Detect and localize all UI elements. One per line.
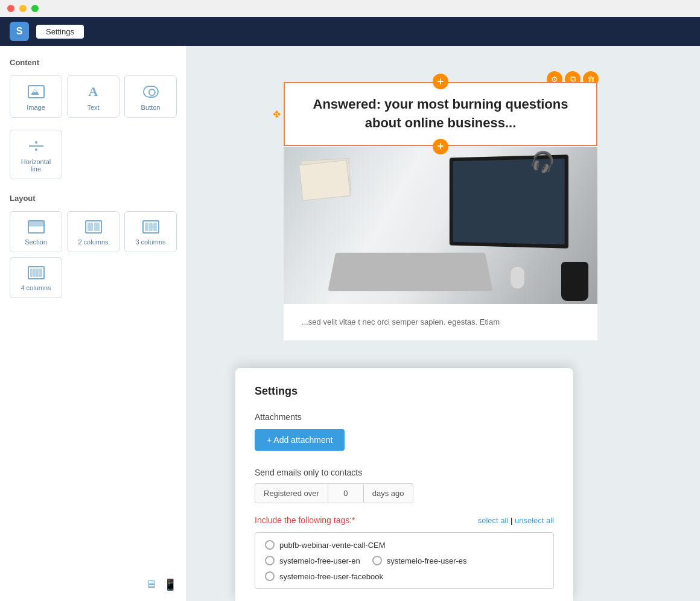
hline-label: Horizontal line	[15, 158, 57, 173]
pipe-separator: |	[511, 516, 515, 525]
content-section-title: Content	[10, 58, 177, 67]
button-label: Button	[141, 104, 161, 111]
email-heading: Answered: your most burning questions ab…	[313, 97, 568, 130]
content-grid: Image A Text Button	[10, 75, 177, 118]
sidebar-item-section[interactable]: Section	[10, 211, 62, 252]
content-grid-bottom: Horizontal line	[10, 130, 177, 179]
tag-item-2a: systemeio-free-user-en	[265, 556, 360, 565]
tag-radio-1[interactable]	[265, 540, 275, 550]
attachments-label: Attachments	[255, 412, 554, 422]
close-button[interactable]	[7, 5, 14, 12]
tags-header: Include the following tags:* select all …	[255, 515, 554, 525]
tag-item: pubfb-webinar-vente-call-CEM	[265, 540, 544, 550]
sidebar-device-icons: 🖥 📱	[145, 578, 177, 591]
main-layout: Content Image A Text Button	[0, 46, 700, 601]
app-header: S Settings	[0, 17, 700, 46]
minimize-button[interactable]	[19, 5, 27, 12]
registered-over-label: Registered over	[255, 483, 328, 503]
sidebar-item-2columns[interactable]: 2 columns	[67, 211, 119, 252]
send-emails-section: Send emails only to contacts Registered …	[255, 468, 554, 503]
send-emails-label: Send emails only to contacts	[255, 468, 554, 477]
laptop-image: 🎧	[284, 147, 597, 304]
settings-tab[interactable]: Settings	[36, 25, 84, 39]
tag-item-2b: systemeio-free-user-es	[372, 556, 467, 565]
email-text-block-wrapper: + ⚙ ⧉ 🗑 ✥ Answered: your most burning qu…	[284, 82, 597, 146]
sidebar-item-image[interactable]: Image	[10, 75, 62, 118]
tag-radio-2b[interactable]	[372, 556, 382, 565]
2col-label: 2 columns	[78, 238, 108, 246]
image-label: Image	[27, 104, 45, 111]
sidebar-item-button[interactable]: Button	[124, 75, 177, 118]
sidebar-item-3columns[interactable]: 3 columns	[124, 211, 177, 252]
paper-stack2	[299, 160, 351, 201]
add-block-top-button[interactable]: +	[433, 74, 448, 89]
mobile-icon[interactable]: 📱	[164, 578, 177, 591]
days-value-input[interactable]	[328, 483, 364, 503]
app-logo: S	[10, 22, 29, 41]
laptop-simulation: 🎧	[284, 147, 597, 304]
tag-radio-3[interactable]	[265, 571, 275, 581]
tag-name-3: systemeio-free-user-facebook	[279, 572, 383, 581]
text-icon: A	[84, 84, 103, 99]
4col-label: 4 columns	[21, 284, 51, 291]
drag-handle[interactable]: ✥	[273, 108, 281, 119]
3col-icon	[142, 220, 159, 234]
hline-icon	[27, 139, 46, 153]
fullscreen-button[interactable]	[31, 5, 39, 12]
settings-modal: Settings Attachments + Add attachment Se…	[235, 368, 573, 601]
canvas-area: + ⚙ ⧉ 🗑 ✥ Answered: your most burning qu…	[187, 46, 700, 601]
email-body-text: ...sed velit vitae t nec orci semper sap…	[302, 316, 579, 329]
section-icon	[28, 220, 45, 234]
sidebar-item-text[interactable]: A Text	[67, 75, 119, 118]
text-label: Text	[87, 104, 99, 111]
layout-section-title: Layout	[10, 194, 177, 203]
email-text-content: ...sed velit vitae t nec orci semper sap…	[284, 304, 597, 341]
tag-item-3: systemeio-free-user-facebook	[265, 571, 544, 581]
4col-icon	[28, 266, 45, 279]
layout-grid: Section 2 columns 3 columns	[10, 211, 177, 252]
sidebar: Content Image A Text Button	[0, 46, 187, 601]
sidebar-item-4columns[interactable]: 4 columns	[10, 257, 62, 298]
tags-section: Include the following tags:* select all …	[255, 515, 554, 601]
image-icon	[27, 84, 46, 99]
tag-row-2: systemeio-free-user-en systemeio-free-us…	[265, 556, 544, 565]
tag-radio-2a[interactable]	[265, 556, 275, 565]
days-ago-label: days ago	[364, 483, 413, 503]
desktop-icon[interactable]: 🖥	[145, 578, 156, 591]
button-icon	[141, 84, 161, 99]
coffee-cup	[561, 262, 588, 301]
tags-label: Include the following tags:*	[255, 515, 355, 525]
registered-row: Registered over days ago	[255, 483, 554, 503]
layout-grid-row2: 4 columns	[10, 257, 177, 298]
select-all-link[interactable]: select all	[478, 516, 509, 525]
tag-name-1: pubfb-webinar-vente-call-CEM	[279, 541, 386, 550]
settings-modal-title: Settings	[255, 385, 554, 398]
add-block-bottom-button[interactable]: +	[433, 139, 448, 154]
2col-icon	[85, 220, 102, 234]
mouse	[510, 266, 525, 289]
tag-name-2b: systemeio-free-user-es	[387, 556, 467, 565]
add-attachment-button[interactable]: + Add attachment	[255, 429, 345, 451]
section-label: Section	[25, 238, 47, 246]
tags-list: pubfb-webinar-vente-call-CEM systemeio-f…	[255, 532, 554, 589]
email-heading-container: Answered: your most burning questions ab…	[285, 83, 596, 145]
email-text-block[interactable]: Answered: your most burning questions ab…	[284, 82, 597, 146]
sidebar-item-hline[interactable]: Horizontal line	[10, 130, 62, 179]
title-bar	[0, 0, 700, 17]
tags-actions: select all | unselect all	[478, 516, 554, 525]
laptop-keyboard	[328, 252, 492, 291]
tag-name-2a: systemeio-free-user-en	[279, 556, 360, 565]
3col-label: 3 columns	[135, 238, 165, 246]
unselect-all-link[interactable]: unselect all	[515, 516, 554, 525]
